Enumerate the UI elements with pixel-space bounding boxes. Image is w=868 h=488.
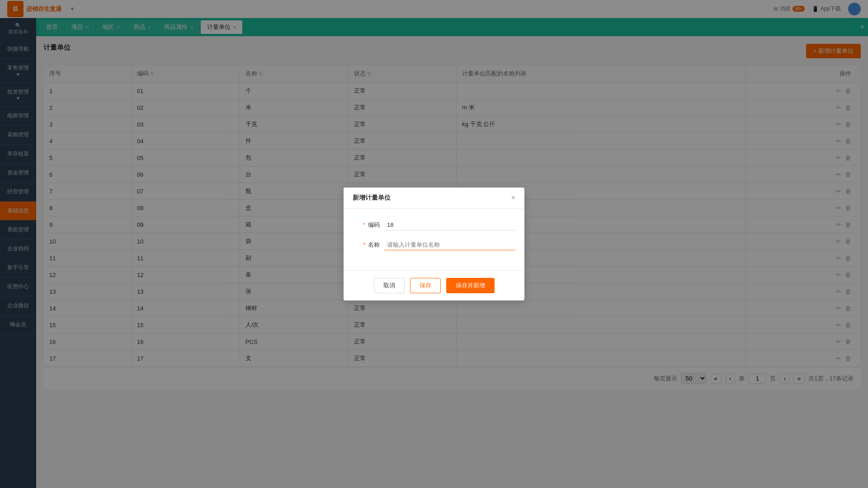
cancel-button[interactable]: 取消 (374, 278, 405, 293)
modal-overlay: 新增计量单位 × * 编码 * 名称 取消 保存 保存并新增 (0, 0, 868, 488)
modal-close-button[interactable]: × (511, 194, 515, 202)
modal-body: * 编码 * 名称 (344, 209, 524, 270)
code-required-mark: * (363, 221, 365, 228)
code-label: * 编码 (353, 221, 380, 229)
save-and-add-button[interactable]: 保存并新增 (446, 278, 495, 293)
name-label: * 名称 (353, 241, 380, 249)
form-row-name: * 名称 (353, 239, 515, 250)
name-input[interactable] (384, 239, 515, 250)
save-button[interactable]: 保存 (410, 278, 441, 293)
modal-title: 新增计量单位 (353, 194, 391, 202)
name-required-mark: * (363, 241, 365, 248)
modal-footer: 取消 保存 保存并新增 (344, 270, 524, 300)
form-row-code: * 编码 (353, 220, 515, 230)
code-input[interactable] (384, 220, 515, 230)
add-unit-modal: 新增计量单位 × * 编码 * 名称 取消 保存 保存并新增 (344, 188, 524, 300)
modal-header: 新增计量单位 × (344, 188, 524, 209)
